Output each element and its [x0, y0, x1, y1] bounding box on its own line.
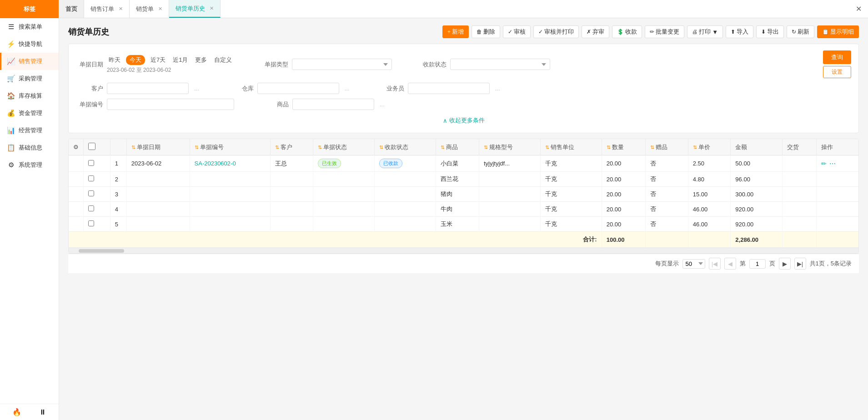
warehouse-label: 仓库 [226, 85, 254, 93]
date-tab-yesterday[interactable]: 昨天 [107, 55, 122, 65]
export-button[interactable]: ⬇ 导出 [756, 25, 784, 38]
sidebar-item-system-mgmt[interactable]: ⚙ 系统管理 [0, 156, 59, 174]
doc-no-column-header[interactable]: ⇅单据编号 [190, 139, 271, 155]
date-tab-more[interactable]: 更多 [193, 55, 209, 65]
scrollbar-thumb[interactable] [79, 249, 124, 253]
row-checkbox[interactable] [88, 220, 94, 226]
edit-action-button[interactable]: ✏ [821, 160, 827, 167]
warehouse-dots[interactable]: ... [345, 85, 350, 92]
doc-date-column-header[interactable]: ⇅单据日期 [126, 139, 190, 155]
per-page-select[interactable]: 50 20 100 [682, 259, 705, 269]
close-sales-order-tab[interactable]: ✕ [119, 6, 123, 12]
sidebar-item-label: 经营管理 [19, 126, 42, 135]
batch-change-button[interactable]: ✏ 批量变更 [645, 25, 684, 38]
abandon-button[interactable]: ✗ 弃审 [582, 25, 609, 38]
customer-column-header[interactable]: ⇅客户 [271, 139, 313, 155]
goods-column-header[interactable]: ⇅商品 [436, 139, 479, 155]
payment-status-select[interactable] [450, 59, 550, 70]
doc-no-input[interactable] [107, 99, 234, 110]
collect-button[interactable]: 💲 收款 [612, 25, 642, 38]
sidebar-item-finance-mgmt[interactable]: 💰 资金管理 [0, 105, 59, 122]
qty-column-header[interactable]: ⇅数量 [602, 139, 645, 155]
customer-dots[interactable]: ... [194, 85, 199, 92]
spec-column-header[interactable]: ⇅规格型号 [479, 139, 540, 155]
last-page-button[interactable]: ▶| [794, 258, 806, 270]
warehouse-input[interactable] [257, 83, 339, 94]
select-all-checkbox[interactable] [88, 143, 95, 150]
sidebar-item-quick-nav[interactable]: ⚡ 快捷导航 [0, 35, 59, 53]
query-button[interactable]: 查询 [823, 50, 851, 64]
checkbox-cell[interactable] [84, 202, 110, 217]
date-tab-7days[interactable]: 近7天 [149, 55, 167, 65]
page-content: 销货单历史 + 新增 🗑 删除 ✓ 审核 ✓ 审核并打印 [59, 18, 868, 420]
table-scrollbar[interactable] [69, 248, 858, 253]
close-sales-goods-tab[interactable]: ✕ [158, 6, 162, 12]
print-button[interactable]: 🖨 打印 ▼ [687, 25, 723, 38]
row-checkbox[interactable] [88, 175, 94, 181]
row-checkbox[interactable] [88, 160, 94, 166]
doc-no-link[interactable]: SA-20230602-0 [195, 160, 236, 167]
new-button[interactable]: + 新增 [442, 25, 469, 38]
doc-type-select[interactable] [292, 59, 392, 70]
delete-button[interactable]: 🗑 删除 [472, 25, 500, 38]
sidebar-item-ops-mgmt[interactable]: 📊 经营管理 [0, 122, 59, 139]
checkbox-column-header[interactable] [84, 139, 110, 155]
date-tab-1month[interactable]: 近1月 [171, 55, 190, 65]
summary-total-amount: 2,286.00 [731, 232, 783, 248]
goods-dots[interactable]: ... [380, 101, 385, 108]
tab-sales-goods-history[interactable]: 销货单历史 ✕ [169, 0, 221, 18]
date-filter-group: 单据日期 昨天 今天 近7天 近1月 更多 自定义 2023-06-02 至 2… [76, 55, 234, 74]
page-number-input[interactable] [749, 259, 766, 269]
prev-page-button[interactable]: ◀ [724, 258, 736, 270]
sidebar-item-purchase-mgmt[interactable]: 🛒 采购管理 [0, 70, 59, 87]
transaction-cell [782, 155, 816, 172]
pause-icon[interactable]: ⏸ [39, 408, 46, 416]
collapse-button[interactable]: ∧ 收起更多条件 [76, 115, 851, 126]
audit-print-button[interactable]: ✓ 审核并打印 [533, 25, 579, 38]
tab-sales-order[interactable]: 销售订单 ✕ [84, 0, 130, 18]
import-button[interactable]: ⬆ 导入 [726, 25, 753, 38]
salesperson-dots[interactable]: ... [495, 85, 500, 92]
checkbox-cell[interactable] [84, 217, 110, 232]
sidebar-item-search-menu[interactable]: ☰ 搜索菜单 [0, 18, 59, 35]
tab-home[interactable]: 首页 [59, 0, 84, 18]
unit-column-header[interactable]: ⇅销售单位 [540, 139, 602, 155]
doc-date-cell [126, 217, 190, 232]
sidebar-item-inventory-calc[interactable]: 🏠 库存核算 [0, 87, 59, 105]
more-action-button[interactable]: ⋯ [829, 160, 836, 167]
sidebar-item-label: 基础信息 [19, 144, 42, 152]
sidebar-item-basic-info[interactable]: 📋 基础信息 [0, 139, 59, 156]
checkbox-cell[interactable] [84, 187, 110, 202]
row-checkbox[interactable] [88, 190, 94, 196]
doc-no-cell[interactable] [190, 202, 271, 217]
sidebar-item-sales-mgmt[interactable]: 📈 销售管理 [0, 53, 59, 70]
fire-icon[interactable]: 🔥 [12, 408, 21, 416]
checkbox-cell[interactable] [84, 155, 110, 172]
close-all-tabs-button[interactable]: ✕ [849, 5, 868, 13]
gear-column-header[interactable]: ⚙ [69, 139, 84, 155]
settings-button[interactable]: 设置 [823, 66, 851, 78]
payment-status-column-header[interactable]: ⇅收款状态 [374, 139, 436, 155]
customer-filter-group: 客户 ... [76, 83, 199, 94]
refresh-button[interactable]: ↻ 刷新 [787, 25, 814, 38]
customer-input[interactable] [107, 83, 189, 94]
audit-button[interactable]: ✓ 审核 [503, 25, 531, 38]
date-tab-custom[interactable]: 自定义 [212, 55, 234, 65]
goods-input[interactable] [292, 99, 374, 110]
doc-status-column-header[interactable]: ⇅单据状态 [313, 139, 375, 155]
row-checkbox[interactable] [88, 205, 94, 211]
gift-column-header[interactable]: ⇅赠品 [646, 139, 688, 155]
date-tab-today[interactable]: 今天 [126, 55, 145, 65]
tab-sales-goods[interactable]: 销货单 ✕ [130, 0, 169, 18]
first-page-button[interactable]: |◀ [709, 258, 721, 270]
show-detail-button[interactable]: 📋 显示明细 [817, 25, 859, 38]
doc-no-cell[interactable] [190, 187, 271, 202]
price-column-header[interactable]: ⇅单价 [688, 139, 731, 155]
doc-no-cell[interactable]: SA-20230602-0 [190, 155, 271, 172]
next-page-button[interactable]: ▶ [779, 258, 791, 270]
doc-no-cell[interactable] [190, 217, 271, 232]
doc-no-cell[interactable] [190, 172, 271, 187]
salesperson-input[interactable] [408, 83, 490, 94]
checkbox-cell[interactable] [84, 172, 110, 187]
close-history-tab[interactable]: ✕ [210, 5, 214, 11]
